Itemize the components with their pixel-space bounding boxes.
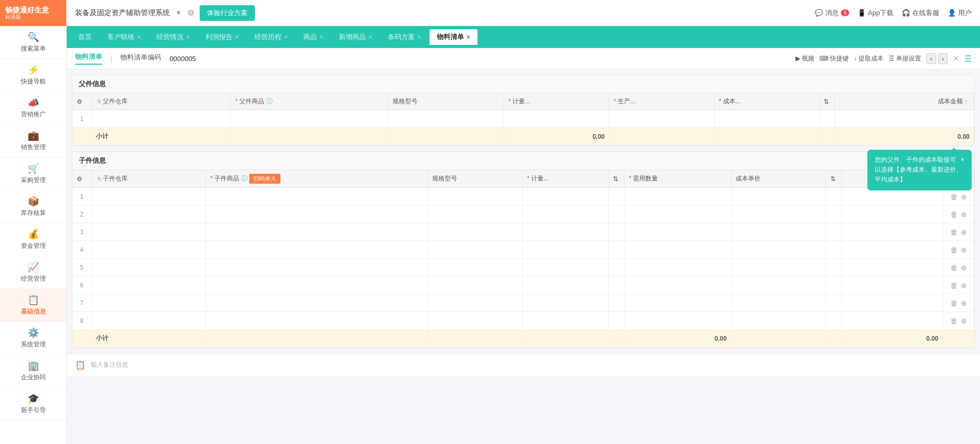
- child-goods-5[interactable]: [206, 259, 427, 277]
- extract-cost-action[interactable]: ↓ 提取成本: [854, 54, 884, 63]
- child-cost-price-6[interactable]: [731, 277, 826, 294]
- child-goods-6[interactable]: [206, 277, 427, 294]
- close-action[interactable]: ✕: [953, 54, 959, 63]
- child-cost-price-2[interactable]: [731, 206, 826, 223]
- child-cost-price-1[interactable]: [731, 188, 826, 206]
- tab-profit-close[interactable]: ×: [235, 33, 239, 41]
- delete-icon-3[interactable]: 🗑: [950, 228, 958, 236]
- tab-profit[interactable]: 利润报告 ×: [198, 29, 246, 45]
- delete-icon-6[interactable]: 🗑: [950, 281, 958, 290]
- tab-process-close[interactable]: ×: [284, 33, 288, 41]
- shortcut-action[interactable]: ⌨ 快捷键: [819, 54, 849, 63]
- single-settings-action[interactable]: ☰ 单据设置: [889, 54, 921, 63]
- th-sort-icon[interactable]: ⇅: [97, 99, 101, 104]
- child-cost-price-7[interactable]: [731, 294, 826, 312]
- sidebar-item-operation-mgmt[interactable]: 📈 经营管理: [0, 256, 66, 289]
- child-warehouse-5[interactable]: [91, 259, 206, 277]
- tab-bom[interactable]: 物料清单 ×: [430, 29, 477, 45]
- child-warehouse-3[interactable]: [91, 223, 206, 241]
- child-spec-4[interactable]: [427, 241, 522, 259]
- note-placeholder[interactable]: 输入备注信息: [91, 361, 128, 369]
- sort-arrows-icon-child2[interactable]: ⇅: [830, 175, 836, 183]
- child-goods-2[interactable]: [206, 206, 427, 223]
- tooltip-close-btn[interactable]: ×: [961, 155, 964, 165]
- settings-icon[interactable]: ⚙: [187, 8, 194, 18]
- sub-tab-bom-list[interactable]: 物料清单: [75, 52, 102, 65]
- copy-icon-7[interactable]: ⊕: [961, 299, 967, 307]
- child-spec-8[interactable]: [427, 312, 522, 330]
- delete-icon-1[interactable]: 🗑: [950, 193, 958, 201]
- th-config-child[interactable]: ⚙: [72, 170, 91, 188]
- tab-new-goods-close[interactable]: ×: [369, 33, 372, 41]
- tab-bom-close[interactable]: ×: [467, 33, 470, 41]
- child-unit-3[interactable]: [522, 223, 609, 241]
- child-cost-price-8[interactable]: [731, 312, 826, 330]
- delete-icon-7[interactable]: 🗑: [950, 299, 958, 307]
- child-unit-6[interactable]: [522, 277, 609, 294]
- child-warehouse-2[interactable]: [91, 206, 206, 223]
- th-config-parent[interactable]: ⚙: [72, 93, 91, 110]
- user-group[interactable]: 👤 用户: [948, 8, 972, 18]
- sidebar-item-search[interactable]: 🔍 搜索菜单: [0, 26, 66, 59]
- sidebar-item-sales[interactable]: 💼 销售管理: [0, 125, 66, 158]
- child-qty-3[interactable]: [624, 223, 731, 241]
- sidebar-item-system[interactable]: ⚙️ 系统管理: [0, 322, 66, 355]
- parent-produce-1[interactable]: [609, 110, 715, 128]
- app-download-group[interactable]: 📱 App下载: [858, 8, 893, 18]
- sort-arrows-icon[interactable]: ⇅: [824, 98, 829, 105]
- tab-new-goods[interactable]: 新增商品 ×: [332, 29, 379, 45]
- child-warehouse-7[interactable]: [91, 294, 206, 312]
- child-spec-3[interactable]: [427, 223, 522, 241]
- copy-icon-8[interactable]: ⊕: [961, 317, 967, 325]
- child-warehouse-8[interactable]: [91, 312, 206, 330]
- child-goods-4[interactable]: [206, 241, 427, 259]
- tab-barcode[interactable]: 条码方案 ×: [381, 29, 428, 45]
- child-qty-8[interactable]: [624, 312, 731, 330]
- tab-customer[interactable]: 客户联络 ×: [100, 29, 148, 45]
- child-unit-7[interactable]: [522, 294, 609, 312]
- child-qty-6[interactable]: [624, 277, 731, 294]
- video-action[interactable]: ▶ 视频: [795, 54, 814, 63]
- tab-operation-close[interactable]: ×: [186, 33, 190, 41]
- online-service-group[interactable]: 🎧 在线客服: [902, 8, 939, 18]
- nav-prev[interactable]: ‹: [926, 53, 936, 64]
- scan-button[interactable]: 扫码录入: [249, 174, 280, 184]
- sort-arrows-icon-child[interactable]: ⇅: [613, 175, 618, 183]
- sidebar-item-quick-nav[interactable]: ⚡ 快捷导航: [0, 59, 66, 92]
- tab-goods[interactable]: 商品 ×: [296, 29, 330, 45]
- child-goods-3[interactable]: [206, 223, 427, 241]
- th-sort-icon-child[interactable]: ⇅: [97, 176, 101, 182]
- child-warehouse-4[interactable]: [91, 241, 206, 259]
- child-warehouse-6[interactable]: [91, 277, 206, 294]
- copy-icon-3[interactable]: ⊕: [961, 228, 967, 236]
- delete-icon-4[interactable]: 🗑: [950, 246, 958, 254]
- sidebar-item-basic-info[interactable]: 📋 基础信息: [0, 289, 66, 322]
- parent-cost-1[interactable]: [714, 110, 819, 128]
- tab-process[interactable]: 经营历程 ×: [247, 29, 295, 45]
- child-unit-8[interactable]: [522, 312, 609, 330]
- child-cost-price-3[interactable]: [731, 223, 826, 241]
- sidebar-item-marketing[interactable]: 📣 营销推广: [0, 92, 66, 125]
- sidebar-item-enterprise[interactable]: 🏢 企业协同: [0, 355, 66, 388]
- child-qty-7[interactable]: [624, 294, 731, 312]
- copy-icon-5[interactable]: ⊕: [961, 263, 967, 272]
- trial-btn[interactable]: 体验行业方案: [200, 5, 255, 21]
- tab-home[interactable]: 首页: [71, 29, 99, 45]
- child-warehouse-1[interactable]: [91, 188, 206, 206]
- menu-action[interactable]: ☰: [964, 54, 972, 64]
- child-goods-8[interactable]: [206, 312, 427, 330]
- copy-icon-1[interactable]: ⊕: [961, 193, 967, 201]
- nav-next[interactable]: ›: [938, 53, 948, 64]
- child-unit-2[interactable]: [522, 206, 609, 223]
- child-unit-4[interactable]: [522, 241, 609, 259]
- child-goods-1[interactable]: [206, 188, 427, 206]
- sidebar-item-inventory[interactable]: 📦 库存核算: [0, 190, 66, 223]
- parent-unit-1[interactable]: [504, 110, 609, 128]
- parent-goods-1[interactable]: [231, 110, 388, 128]
- child-cost-price-5[interactable]: [731, 259, 826, 277]
- system-dropdown-icon[interactable]: ▼: [175, 9, 182, 17]
- child-spec-1[interactable]: [427, 188, 522, 206]
- tab-operation[interactable]: 经营情况 ×: [149, 29, 197, 45]
- child-unit-1[interactable]: [522, 188, 609, 206]
- delete-icon-2[interactable]: 🗑: [950, 210, 958, 219]
